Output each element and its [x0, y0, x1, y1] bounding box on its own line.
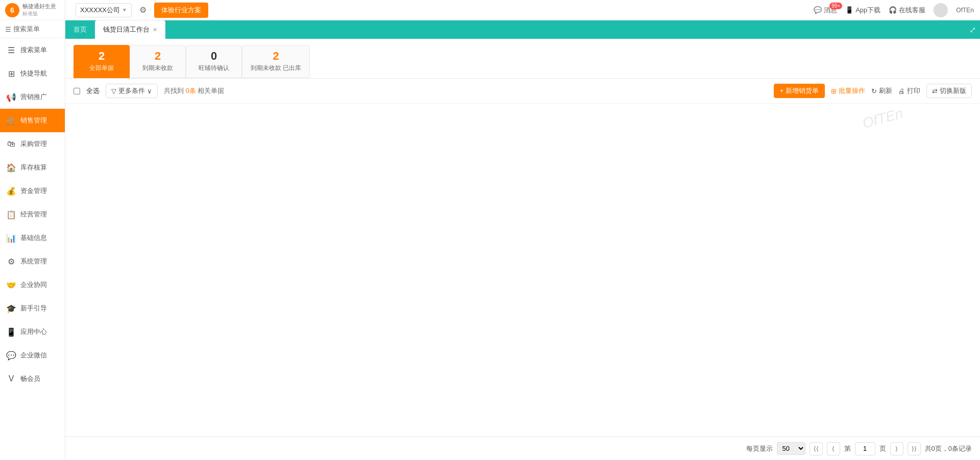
- switch-icon: ⇄: [932, 87, 938, 95]
- sales-icon: 🛒: [6, 116, 16, 126]
- app-center-icon: 📱: [6, 327, 16, 337]
- print-icon: 🖨: [898, 87, 905, 95]
- prev-page-button[interactable]: ⟨: [827, 442, 840, 455]
- user-name: OfTEn: [956, 7, 974, 14]
- print-button[interactable]: 🖨 打印: [898, 86, 920, 95]
- pagination: 每页显示 50 100 200 ⟨⟨ ⟨ 第 页 ⟩ ⟩⟩ 共0页，0条记录: [65, 437, 980, 460]
- stat-tab-2[interactable]: 0旺辅待确认: [186, 45, 242, 78]
- wechat-icon: 💬: [6, 351, 16, 360]
- member-icon: V: [6, 374, 16, 383]
- sidebar-item-guide[interactable]: 🎓新手引导: [0, 297, 65, 320]
- chevron-down-icon: ▼: [122, 7, 127, 13]
- logo-sub: 标准版: [22, 10, 56, 17]
- first-page-button[interactable]: ⟨⟨: [810, 442, 823, 455]
- stat-tab-3[interactable]: 2到期未收款 已出库: [242, 45, 310, 78]
- basic-info-icon: 📊: [6, 233, 16, 243]
- guide-icon: 🎓: [6, 304, 16, 313]
- service-icon: 🎧: [889, 6, 897, 14]
- found-text: 共找到 0条 相关单据: [164, 86, 224, 95]
- inventory-icon: 🏠: [6, 163, 16, 173]
- nav-tabs: 首页钱货日清工作台✕ ⤢: [65, 20, 980, 39]
- chevron-down-icon: ∨: [147, 87, 152, 95]
- page-size-label: 每页显示: [746, 444, 773, 453]
- refresh-button[interactable]: ↻ 刷新: [871, 86, 892, 95]
- sidebar-search[interactable]: ☰ 搜索菜单: [0, 20, 65, 38]
- online-service-button[interactable]: 🎧 在线客服: [889, 6, 925, 15]
- filter-icon: ▽: [111, 87, 116, 95]
- total-label: 共0页，0条记录: [925, 444, 972, 453]
- app-download-button[interactable]: 📱 App下载: [845, 6, 880, 15]
- stat-tab-0[interactable]: 2全部单据: [74, 45, 130, 78]
- last-page-button[interactable]: ⟩⟩: [908, 442, 921, 455]
- quick-nav-icon: ⊞: [6, 69, 16, 79]
- sidebar: 6 畅捷通好生意 标准版 ☰ 搜索菜单 ☰搜索菜单⊞快捷导航📢营销推广🛒销售管理…: [0, 0, 65, 460]
- sidebar-item-app-center[interactable]: 📱应用中心: [0, 320, 65, 344]
- operation-icon: 📋: [6, 210, 16, 220]
- top-right-area: 💬 消息 99+ 📱 App下载 🎧 在线客服 OfTEn: [814, 3, 974, 17]
- sidebar-item-wechat[interactable]: 💬企业微信: [0, 344, 65, 367]
- company-selector[interactable]: XXXXXX公司 ▼: [76, 3, 132, 17]
- batch-icon: ⊞: [831, 87, 837, 95]
- sidebar-item-operation[interactable]: 📋经营管理: [0, 203, 65, 226]
- download-icon: 📱: [845, 6, 853, 14]
- marketing-icon: 📢: [6, 92, 16, 102]
- sidebar-item-basic-info[interactable]: 📊基础信息: [0, 226, 65, 250]
- message-button[interactable]: 💬 消息 99+: [814, 6, 837, 15]
- add-sales-order-button[interactable]: + 新增销货单: [774, 84, 825, 98]
- sidebar-item-sales[interactable]: 🛒销售管理: [0, 109, 65, 132]
- sidebar-item-inventory[interactable]: 🏠库存核算: [0, 156, 65, 179]
- page-suffix: 页: [879, 444, 886, 453]
- company-name: XXXXXX公司: [80, 6, 120, 15]
- more-conditions-button[interactable]: ▽ 更多条件 ∨: [106, 84, 158, 98]
- table-area: OfTEn: [65, 104, 980, 437]
- page-number-input[interactable]: [855, 442, 875, 455]
- avatar[interactable]: [934, 3, 948, 17]
- main-content: 2全部单据2到期未收款0旺辅待确认2到期未收款 已出库 全选 ▽ 更多条件 ∨ …: [65, 39, 980, 460]
- found-count: 0条: [186, 87, 196, 94]
- expand-icon[interactable]: ⤢: [969, 25, 976, 35]
- tab-close-icon[interactable]: ✕: [153, 27, 157, 33]
- filter-bar: 全选 ▽ 更多条件 ∨ 共找到 0条 相关单据 + 新增销货单 ⊞ 批量操作 ↻…: [65, 79, 980, 104]
- sidebar-item-finance[interactable]: 💰资金管理: [0, 179, 65, 203]
- message-icon: 💬: [814, 6, 822, 14]
- sidebar-items: ☰搜索菜单⊞快捷导航📢营销推广🛒销售管理🛍采购管理🏠库存核算💰资金管理📋经营管理…: [0, 38, 65, 391]
- sidebar-item-system[interactable]: ⚙系统管理: [0, 250, 65, 273]
- purchase-icon: 🛍: [6, 139, 16, 149]
- logo-area: 6 畅捷通好生意 标准版: [0, 0, 65, 20]
- sidebar-item-purchase[interactable]: 🛍采购管理: [0, 132, 65, 156]
- batch-operation-button[interactable]: ⊞ 批量操作: [831, 86, 865, 95]
- stat-tab-1[interactable]: 2到期未收款: [130, 45, 186, 78]
- try-industry-button[interactable]: 体验行业方案: [154, 3, 208, 18]
- logo-icon: 6: [5, 3, 19, 17]
- logo-text: 畅捷通好生意: [22, 3, 56, 10]
- switch-version-button[interactable]: ⇄ 切换新版: [926, 84, 972, 98]
- top-bar: XXXXXX公司 ▼ ⚙ 体验行业方案 💬 消息 99+ 📱 App下载 🎧 在…: [65, 0, 980, 20]
- filter-bar-right: + 新增销货单 ⊞ 批量操作 ↻ 刷新 🖨 打印 ⇄ 切换新版: [774, 84, 972, 98]
- search-icon: ☰: [5, 26, 11, 33]
- sidebar-item-cooperation[interactable]: 🤝企业协同: [0, 273, 65, 297]
- stats-tabs: 2全部单据2到期未收款0旺辅待确认2到期未收款 已出库: [65, 39, 980, 79]
- watermark: OfTEn: [861, 105, 904, 132]
- search-menu-icon: ☰: [6, 45, 16, 55]
- sidebar-item-quick-nav[interactable]: ⊞快捷导航: [0, 62, 65, 85]
- settings-button[interactable]: ⚙: [136, 3, 150, 17]
- finance-icon: 💰: [6, 186, 16, 196]
- select-all-label: 全选: [86, 86, 100, 95]
- cooperation-icon: 🤝: [6, 280, 16, 290]
- select-all-checkbox[interactable]: [74, 88, 80, 94]
- nav-tab-0[interactable]: 首页: [65, 20, 95, 39]
- page-label: 第: [844, 444, 851, 453]
- sidebar-item-search-menu[interactable]: ☰搜索菜单: [0, 38, 65, 62]
- sidebar-item-member[interactable]: V畅会员: [0, 367, 65, 391]
- page-size-select[interactable]: 50 100 200: [777, 442, 805, 455]
- message-badge: 99+: [829, 3, 842, 9]
- sidebar-item-marketing[interactable]: 📢营销推广: [0, 85, 65, 109]
- refresh-icon: ↻: [871, 87, 877, 95]
- next-page-button[interactable]: ⟩: [890, 442, 903, 455]
- nav-tab-1[interactable]: 钱货日清工作台✕: [95, 20, 165, 39]
- system-icon: ⚙: [6, 257, 16, 267]
- workbench: 2全部单据2到期未收款0旺辅待确认2到期未收款 已出库 全选 ▽ 更多条件 ∨ …: [65, 39, 980, 460]
